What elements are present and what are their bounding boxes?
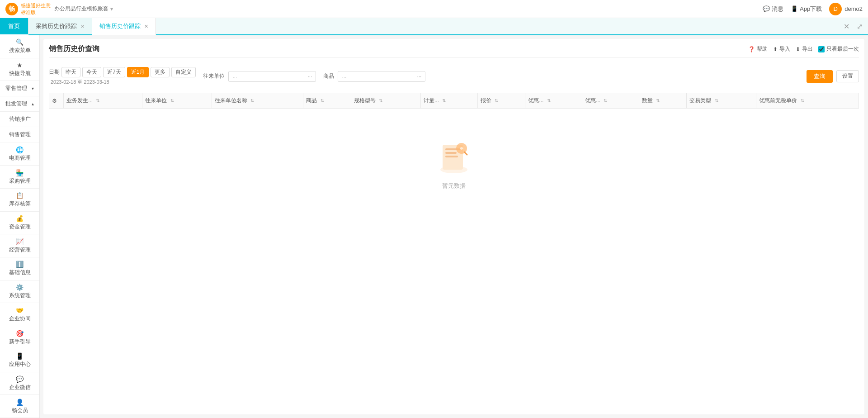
sort-icon-unit: ⇅ [442, 98, 446, 103]
member-icon: 👤 [16, 399, 24, 406]
svg-rect-3 [445, 152, 457, 154]
sidebar-item-app-center[interactable]: 📱 应用中心 [0, 349, 39, 372]
sidebar-item-purchase-mgmt[interactable]: 🏪 采购管理 [0, 166, 39, 189]
inventory-icon: 📋 [16, 192, 24, 199]
col-quote[interactable]: 报价 ⇅ [477, 93, 525, 109]
product-filter-group: 商品 ··· [323, 71, 425, 82]
logo-icon: 畅 [5, 3, 18, 15]
import-btn[interactable]: ⬆ 导入 [773, 45, 790, 53]
app-download-btn[interactable]: 📱 App下载 [791, 5, 822, 13]
user-avatar-area[interactable]: D demo2 [829, 3, 863, 15]
maximize-icon[interactable]: ⤢ [855, 20, 864, 33]
info-icon: ℹ️ [16, 261, 24, 268]
col-qty[interactable]: 数量 ⇅ [639, 93, 687, 109]
gear-icon: ⚙️ [16, 284, 24, 291]
col-partner-name[interactable]: 往来单位名称 ⇅ [212, 93, 303, 109]
col-discount1[interactable]: 优惠... ⇅ [525, 93, 582, 109]
finance-icon: 💰 [16, 215, 24, 222]
sales-mgmt-label: 销售管理 [9, 131, 31, 138]
empty-state: 暂元数据 [49, 109, 859, 217]
sidebar-item-operations[interactable]: 📈 经营管理 [0, 234, 39, 257]
last-only-checkbox[interactable] [818, 46, 825, 52]
sidebar-item-enterprise-collab[interactable]: 🤝 企业协同 [0, 303, 39, 326]
help-icon: ❓ [748, 46, 755, 52]
top-header: 畅 畅捷通好生意 标准版 办公用品行业模拟账套 ▾ 💬 消息 📱 App下载 D… [0, 0, 868, 18]
help-btn[interactable]: ❓ 帮助 [748, 45, 768, 53]
sidebar-item-finance[interactable]: 💰 资金管理 [0, 212, 39, 235]
date-filter-section: 日期 昨天 今天 近7天 近1月 更多 自定义 2023-02-18 至 202… [49, 67, 196, 86]
collab-icon: 🤝 [16, 307, 24, 314]
col-settings[interactable]: ⚙ [49, 93, 64, 109]
col-trade-type[interactable]: 交易类型 ⇅ [687, 93, 756, 109]
product-input[interactable] [338, 71, 413, 81]
export-label: 导出 [802, 45, 813, 53]
export-btn[interactable]: ⬇ 导出 [796, 45, 813, 53]
date-btn-more[interactable]: 更多 [151, 67, 170, 77]
main-layout: 🔍 搜索菜单 ★ 快捷导航 零售管理 ▾ 批发管理 ▴ 营销推广 销售管理 🌐 … [0, 35, 868, 418]
table-header-row: ⚙ 业务发生... ⇅ 往来单位 ⇅ 往来单位名称 ⇅ [49, 93, 859, 109]
col-biz-date[interactable]: 业务发生... ⇅ [64, 93, 142, 109]
date-btn-today[interactable]: 今天 [82, 67, 101, 77]
date-btn-1month[interactable]: 近1月 [127, 67, 149, 77]
last-only-label: 只看最后一次 [826, 45, 859, 53]
partner-input-icon: ··· [304, 71, 316, 81]
table-settings-icon[interactable]: ⚙ [52, 98, 57, 104]
sidebar-item-ecommerce[interactable]: 🌐 电商管理 [0, 142, 39, 166]
page-title: 销售历史价查询 [49, 44, 99, 54]
col-unit[interactable]: 计量... ⇅ [420, 93, 477, 109]
page-title-bar: 销售历史价查询 ❓ 帮助 ⬆ 导入 ⬇ 导出 [49, 44, 859, 58]
logo-text: 畅捷通好生意 标准版 [21, 2, 51, 15]
sort-icon-trade-type: ⇅ [715, 98, 718, 103]
header-right: 💬 消息 📱 App下载 D demo2 [763, 3, 863, 15]
date-btn-yesterday[interactable]: 昨天 [61, 67, 80, 77]
product-label: 商品 [323, 72, 334, 80]
date-btn-custom[interactable]: 自定义 [171, 67, 196, 77]
sidebar-item-enterprise-wechat[interactable]: 💬 企业微信 [0, 372, 39, 395]
tab-purchase-track[interactable]: 采购历史价跟踪 ✕ [28, 18, 92, 34]
sidebar-item-sales-mgmt[interactable]: 销售管理 [0, 127, 39, 142]
sidebar-item-search-menu[interactable]: 🔍 搜索菜单 [0, 35, 39, 58]
purchase-track-label: 采购历史价跟踪 [36, 22, 77, 30]
purchase-icon: 🏪 [16, 169, 24, 176]
settings-button[interactable]: 设置 [836, 70, 859, 82]
sidebar-item-marketing[interactable]: 营销推广 [0, 112, 39, 127]
star-icon: ★ [17, 62, 23, 69]
sidebar-item-member[interactable]: 👤 畅会员 [0, 395, 39, 418]
sidebar-item-inventory[interactable]: 📋 库存核算 [0, 189, 39, 212]
operations-icon: 📈 [16, 238, 24, 245]
app-download-label: App下载 [800, 5, 822, 13]
tab-sales-track[interactable]: 销售历史价跟踪 ✕ [92, 18, 156, 35]
sidebar-item-retail-mgmt[interactable]: 零售管理 ▾ [0, 81, 39, 96]
sort-icon-pre-tax-price: ⇅ [801, 98, 804, 103]
sidebar-item-wholesale-mgmt[interactable]: 批发管理 ▴ [0, 96, 39, 112]
col-discount2[interactable]: 优惠... ⇅ [582, 93, 639, 109]
chevron-right-icon: ▾ [32, 86, 34, 91]
last-only-checkbox-wrap[interactable]: 只看最后一次 [818, 45, 859, 53]
query-button[interactable]: 查询 [807, 70, 833, 83]
tab-home[interactable]: 首页 [0, 18, 28, 35]
chevron-down-icon[interactable]: ▾ [110, 6, 113, 12]
breadcrumb: 办公用品行业模拟账套 ▾ [54, 5, 113, 13]
sort-icon-qty: ⇅ [656, 98, 660, 103]
partner-input-wrap: ··· [228, 71, 316, 82]
tab-bar: 首页 采购历史价跟踪 ✕ 销售历史价跟踪 ✕ ✕ ⤢ [0, 18, 868, 35]
sidebar-item-new-guide[interactable]: 🎯 新手引导 [0, 326, 39, 349]
col-partner-code[interactable]: 往来单位 ⇅ [142, 93, 212, 109]
col-spec[interactable]: 规格型号 ⇅ [351, 93, 421, 109]
close-sales-tab-icon[interactable]: ✕ [144, 24, 148, 29]
header-left: 畅 畅捷通好生意 标准版 办公用品行业模拟账套 ▾ [5, 2, 113, 15]
sidebar-item-system[interactable]: ⚙️ 系统管理 [0, 280, 39, 304]
close-tab-icon[interactable]: ✕ [842, 20, 851, 33]
partner-input[interactable] [229, 71, 304, 81]
sidebar-item-quick-nav[interactable]: ★ 快捷导航 [0, 58, 39, 81]
chevron-up-icon: ▴ [32, 101, 34, 106]
message-btn[interactable]: 💬 消息 [763, 5, 783, 13]
sidebar-item-basic-info[interactable]: ℹ️ 基础信息 [0, 257, 39, 280]
sort-icon-discount1: ⇅ [547, 98, 551, 103]
col-pre-tax-price[interactable]: 优惠前无税单价 ⇅ [756, 93, 859, 109]
close-purchase-tab-icon[interactable]: ✕ [80, 24, 85, 29]
help-label: 帮助 [757, 45, 768, 53]
col-product[interactable]: 商品 ⇅ [303, 93, 351, 109]
filter-bar: 日期 昨天 今天 近7天 近1月 更多 自定义 2023-02-18 至 202… [49, 63, 859, 89]
date-btn-7days[interactable]: 近7天 [103, 67, 125, 77]
